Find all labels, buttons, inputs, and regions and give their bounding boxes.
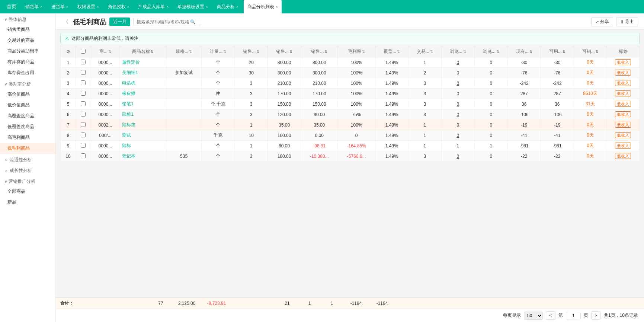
nav-close-product[interactable]: × [166, 5, 169, 9]
row-checkbox[interactable] [76, 68, 91, 78]
page-input[interactable] [566, 312, 581, 319]
sidebar-item-sales-products[interactable]: 销售类商品 [0, 24, 55, 35]
sidebar-item-high-margin[interactable]: 高毛利商品 [0, 132, 55, 143]
row-select-checkbox[interactable] [81, 143, 86, 148]
col-unit[interactable]: 计量...⇅ [202, 46, 235, 57]
sidebar-item-low-value[interactable]: 低价值商品 [0, 100, 55, 111]
nav-product-entry[interactable]: 产成品入库单 × [134, 0, 172, 13]
row-select-checkbox[interactable] [81, 60, 86, 64]
next-page-btn[interactable]: ＞ [591, 311, 601, 320]
col-sales-profit[interactable]: 销售...⇅ [301, 46, 338, 57]
col-view2[interactable]: 浏览...⇅ [474, 46, 507, 57]
col-sales-count[interactable]: 销售...⇅ [235, 46, 268, 57]
col-code[interactable]: 商...⇅ [91, 46, 120, 57]
nav-close-template[interactable]: × [206, 5, 208, 9]
row-checkbox[interactable] [76, 120, 91, 130]
row-checkbox[interactable] [76, 78, 91, 89]
nav-close-analysis-list[interactable]: × [276, 5, 278, 9]
sidebar-group-circulation[interactable]: ＞ 流通性分析 [0, 154, 55, 165]
nav-product-analysis-list[interactable]: 商品分析列表 × [244, 0, 282, 13]
nav-product-analysis[interactable]: 商品分析 × [213, 0, 242, 13]
row-view1[interactable]: 0 [441, 120, 474, 130]
export-button[interactable]: ⬆ 导出 [616, 17, 638, 26]
row-name[interactable]: 鼠标1 [120, 109, 166, 120]
nav-close-sales[interactable]: × [40, 5, 42, 9]
col-checkbox[interactable] [76, 46, 91, 57]
sidebar-item-high-coverage[interactable]: 高覆盖度商品 [0, 111, 55, 121]
row-name[interactable]: 电话机 [120, 78, 166, 89]
row-view1[interactable]: 0 [441, 68, 474, 78]
row-checkbox[interactable] [76, 57, 91, 68]
col-name[interactable]: 商品名称⇅ [120, 46, 166, 57]
col-coverage[interactable]: 覆盖...⇅ [375, 46, 408, 57]
row-view1[interactable]: 0 [441, 151, 474, 162]
col-view1[interactable]: 浏览...⇅ [441, 46, 474, 57]
row-select-checkbox[interactable] [81, 101, 86, 106]
sidebar-group-growth[interactable]: ＞ 成长性分析 [0, 165, 55, 175]
nav-close-permission[interactable]: × [97, 5, 99, 9]
col-tag[interactable]: 标签 [607, 46, 639, 57]
row-view1[interactable]: 1 [441, 141, 474, 151]
col-stock-saleable[interactable]: 可销...⇅ [574, 46, 607, 57]
row-checkbox[interactable] [76, 141, 91, 151]
per-page-select[interactable]: 50 100 200 [524, 312, 543, 320]
row-checkbox[interactable] [76, 109, 91, 120]
row-name[interactable]: 属性定价 [120, 57, 166, 68]
row-name[interactable]: 测试 [120, 130, 166, 141]
sidebar-item-low-margin[interactable]: 低毛利商品 [0, 143, 55, 154]
row-select-checkbox[interactable] [81, 133, 86, 137]
col-trade-count[interactable]: 交易...⇅ [408, 46, 441, 57]
sidebar-group-marketing[interactable]: ∨ 营销推广分析 [0, 175, 55, 186]
row-checkbox[interactable] [76, 99, 91, 109]
nav-sales-order[interactable]: 销货单 × [22, 0, 46, 13]
row-checkbox[interactable] [76, 89, 91, 99]
sidebar-item-high-value[interactable]: 高价值商品 [0, 89, 55, 100]
search-input[interactable] [137, 19, 189, 25]
row-select-checkbox[interactable] [81, 70, 86, 75]
row-name[interactable]: 鼠标 [120, 141, 166, 151]
prev-page-btn[interactable]: ＜ [546, 311, 555, 320]
filter-recent-month-btn[interactable]: 近一月 [109, 17, 130, 26]
row-view1[interactable]: 0 [441, 78, 474, 89]
row-view1[interactable]: 0 [441, 57, 474, 68]
sidebar-collapse-btn[interactable]: 《 [62, 19, 70, 25]
row-select-checkbox[interactable] [81, 80, 86, 85]
row-name[interactable]: 笔记本 [120, 151, 166, 162]
row-view1[interactable]: 0 [441, 130, 474, 141]
nav-close-role[interactable]: × [127, 5, 129, 9]
search-icon[interactable]: 🔍 [190, 19, 196, 25]
row-name[interactable]: 吴细细1 [120, 68, 166, 78]
row-checkbox[interactable] [76, 151, 91, 162]
row-select-checkbox[interactable] [81, 91, 86, 96]
nav-home[interactable]: 首页 [3, 0, 20, 13]
row-view1[interactable]: 0 [441, 99, 474, 109]
row-name[interactable]: 铅笔1 [120, 99, 166, 109]
nav-close-analysis[interactable]: × [236, 5, 238, 9]
sidebar-item-traded-products[interactable]: 交易过的商品 [0, 35, 55, 46]
sidebar-item-stock-products[interactable]: 有库存的商品 [0, 57, 55, 67]
sidebar-item-all-products[interactable]: 全部商品 [0, 186, 55, 197]
col-stock-available[interactable]: 可用...⇅ [541, 46, 574, 57]
row-name[interactable]: 橡皮擦 [120, 89, 166, 99]
nav-template-setting[interactable]: 单据模板设置 × [174, 0, 212, 13]
sidebar-item-low-coverage[interactable]: 低覆盖度商品 [0, 121, 55, 132]
row-checkbox[interactable] [76, 130, 91, 141]
sidebar-group-category[interactable]: ∨ 类别室分析 [0, 78, 55, 89]
row-select-checkbox[interactable] [81, 122, 86, 127]
sidebar-group-overall[interactable]: ∨ 整体信息 [0, 13, 55, 24]
col-spec[interactable]: 规格...⇅ [166, 46, 202, 57]
col-stock-current[interactable]: 现有...⇅ [507, 46, 541, 57]
sidebar-item-new-products[interactable]: 新品 [0, 197, 55, 208]
col-settings[interactable]: ⚙ [61, 46, 76, 57]
nav-purchase-order[interactable]: 进货单 × [48, 0, 72, 13]
nav-permission[interactable]: 权限设置 × [74, 0, 103, 13]
share-button[interactable]: ↗ 分享 [591, 17, 613, 26]
select-all-checkbox[interactable] [81, 49, 86, 54]
sidebar-item-stock-capital[interactable]: 库存资金占用 [0, 67, 55, 78]
row-select-checkbox[interactable] [81, 112, 86, 117]
sidebar-item-category-rate[interactable]: 商品分类助销率 [0, 46, 55, 57]
row-name[interactable]: 鼠标垫 [120, 120, 166, 130]
col-sales-amount[interactable]: 销售...⇅ [268, 46, 301, 57]
col-gross-rate[interactable]: 毛利率⇅ [338, 46, 375, 57]
row-view1[interactable]: 0 [441, 109, 474, 120]
